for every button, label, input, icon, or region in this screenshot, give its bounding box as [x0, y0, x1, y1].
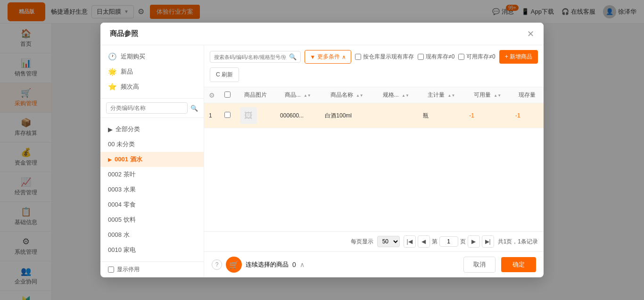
product-search-box: 🔍 [210, 51, 301, 63]
show-disabled-area: 显示停用 [100, 261, 204, 277]
table-header-row: ⚙ 商品图片 商品... ▲▼ [204, 87, 544, 103]
chevron-right-icon-active: ▶ [108, 157, 112, 162]
new-product-item[interactable]: 🌟 新品 [100, 64, 204, 79]
select-all-checkbox[interactable] [224, 92, 231, 98]
sort-icon-spec: ▲▼ [402, 94, 409, 98]
product-code-cell: 000600... [275, 103, 320, 128]
category-appliance[interactable]: 0010 家电 [100, 242, 204, 258]
quick-access-section: 🕐 近期购买 🌟 新品 ⭐ 频次高 [100, 45, 204, 99]
available-column-header[interactable]: 可用量 ▲▼ [464, 87, 511, 103]
row-checkbox-cell [220, 103, 235, 128]
category-search-icon[interactable]: 🔍 [190, 105, 198, 112]
row-select-checkbox[interactable] [224, 112, 231, 118]
category-snack[interactable]: 0004 零食 [100, 197, 204, 212]
modal-body: 🕐 近期购买 🌟 新品 ⭐ 频次高 《 🔍 [100, 45, 544, 277]
sort-icon-unit: ▲▼ [448, 94, 455, 98]
pagination-area: 每页显示 50 |◀ ◀ 第 页 ▶ ▶| 共1页，1条记录 [204, 231, 544, 251]
checkbox-available-stock[interactable]: 可用库存≠0 [458, 53, 495, 61]
product-stock-cell: -1 [511, 103, 544, 128]
show-disabled-checkbox[interactable] [108, 267, 114, 273]
chevron-up-icon: ∧ [342, 54, 346, 60]
sort-icon-name: ▲▼ [356, 94, 363, 98]
page-nav: |◀ ◀ 第 页 ▶ ▶| [404, 235, 494, 248]
new-icon: 🌟 [108, 67, 117, 76]
row-index-cell: 1 [204, 103, 220, 128]
first-page-button[interactable]: |◀ [404, 235, 416, 248]
sort-icon-available: ▲▼ [494, 94, 501, 98]
image-column-header: 商品图片 [235, 87, 275, 103]
page-number-input[interactable] [439, 236, 458, 247]
unit-column-header[interactable]: 主计量 ▲▼ [418, 87, 464, 103]
prev-page-button[interactable]: ◀ [418, 235, 430, 248]
category-liquor[interactable]: ▶ 0001 酒水 [100, 152, 204, 167]
modal-right-panel: 🔍 ▼ 更多条件 ∧ 按仓库显示现有库存 现有库存≠0 [204, 45, 544, 277]
product-unit-cell: 瓶 [418, 103, 464, 128]
category-search-area: 🔍 [100, 99, 204, 118]
nonzero-stock-checkbox[interactable] [418, 54, 424, 60]
code-column-header[interactable]: 商品... ▲▼ [275, 87, 320, 103]
product-thumbnail: 🖼 [240, 107, 257, 124]
product-reference-modal: 商品参照 ✕ 🕐 近期购买 🌟 新品 ⭐ 频次高 [100, 23, 544, 277]
category-unclassified[interactable]: 00 未分类 [100, 137, 204, 152]
name-column-header[interactable]: 商品名称 ▲▼ [320, 87, 373, 103]
warehouse-stock-checkbox[interactable] [355, 54, 361, 60]
product-available-cell: -1 [464, 103, 511, 128]
search-icon[interactable]: 🔍 [289, 53, 297, 60]
checkbox-column-header [220, 87, 235, 103]
checkbox-nonzero-stock[interactable]: 现有库存≠0 [418, 53, 454, 61]
product-table: ⚙ 商品图片 商品... ▲▼ [204, 87, 544, 231]
modal-overlay: 商品参照 ✕ 🕐 近期购买 🌟 新品 ⭐ 频次高 [0, 0, 644, 300]
cart-area: ? 🛒 连续选择的商品 0 ∧ [212, 257, 458, 273]
chevron-right-icon: ▶ [108, 126, 113, 133]
filter-icon: ▼ [310, 54, 315, 60]
stock-column-header[interactable]: 现存量 [511, 87, 544, 103]
next-page-button[interactable]: ▶ [468, 235, 480, 248]
table-settings-icon[interactable]: ⚙ [209, 92, 215, 99]
product-search-input[interactable] [214, 54, 286, 60]
settings-column-header: ⚙ [204, 87, 220, 103]
refresh-button[interactable]: C 刷新 [210, 67, 239, 82]
modal-left-panel: 🕐 近期购买 🌟 新品 ⭐ 频次高 《 🔍 [100, 45, 204, 277]
category-water[interactable]: 0008 水 [100, 227, 204, 242]
product-image-cell: 🖼 [235, 103, 275, 128]
category-fruit[interactable]: 0003 水果 [100, 182, 204, 197]
modal-toolbar: 🔍 ▼ 更多条件 ∧ 按仓库显示现有库存 现有库存≠0 [204, 45, 544, 87]
high-frequency-item[interactable]: ⭐ 频次高 [100, 79, 204, 94]
table-row[interactable]: 1 🖼 000600... 白酒100ml 瓶 [204, 103, 544, 128]
collapse-cart-icon[interactable]: ∧ [300, 261, 305, 268]
star-icon: ⭐ [108, 83, 117, 91]
category-tea[interactable]: 0002 茶叶 [100, 167, 204, 182]
product-name-cell: 白酒100ml [320, 103, 373, 128]
available-stock-checkbox[interactable] [458, 54, 464, 60]
help-icon[interactable]: ? [212, 259, 222, 270]
category-beverage[interactable]: 0005 饮料 [100, 212, 204, 227]
sort-icon: ▲▼ [304, 94, 311, 98]
modal-close-button[interactable]: ✕ [527, 30, 534, 38]
confirm-button[interactable]: 确定 [501, 257, 536, 272]
modal-header: 商品参照 ✕ [100, 23, 544, 45]
modal-footer: ? 🛒 连续选择的商品 0 ∧ 取消 确定 [204, 251, 544, 277]
category-list: ▶ 全部分类 00 未分类 ▶ 0001 酒水 0002 茶叶 0003 水果 [100, 118, 204, 261]
page-size-select[interactable]: 50 [377, 236, 400, 247]
add-product-button[interactable]: + 新增商品 [499, 50, 538, 64]
last-page-button[interactable]: ▶| [482, 235, 494, 248]
modal-title: 商品参照 [110, 29, 527, 38]
cancel-button[interactable]: 取消 [463, 257, 495, 273]
spec-column-header[interactable]: 规格... ▲▼ [373, 87, 418, 103]
cart-count: 0 [292, 261, 296, 268]
category-search-input[interactable] [106, 102, 188, 114]
checkbox-warehouse-stock[interactable]: 按仓库显示现有库存 [355, 53, 414, 61]
product-spec-cell [373, 103, 418, 128]
category-all[interactable]: ▶ 全部分类 [100, 122, 204, 137]
cart-icon[interactable]: 🛒 [226, 257, 242, 273]
collapse-panel-button[interactable]: 《 [204, 152, 204, 171]
clock-icon: 🕐 [108, 52, 117, 61]
more-filter-button[interactable]: ▼ 更多条件 ∧ [305, 50, 351, 64]
recent-purchase-item[interactable]: 🕐 近期购买 [100, 49, 204, 64]
